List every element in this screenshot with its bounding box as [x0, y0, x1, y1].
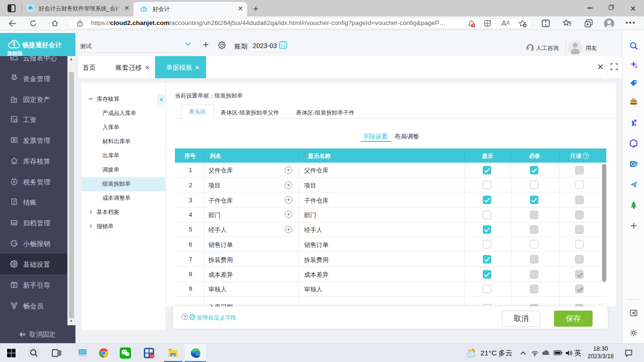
svg-text:12: 12: [150, 354, 154, 358]
